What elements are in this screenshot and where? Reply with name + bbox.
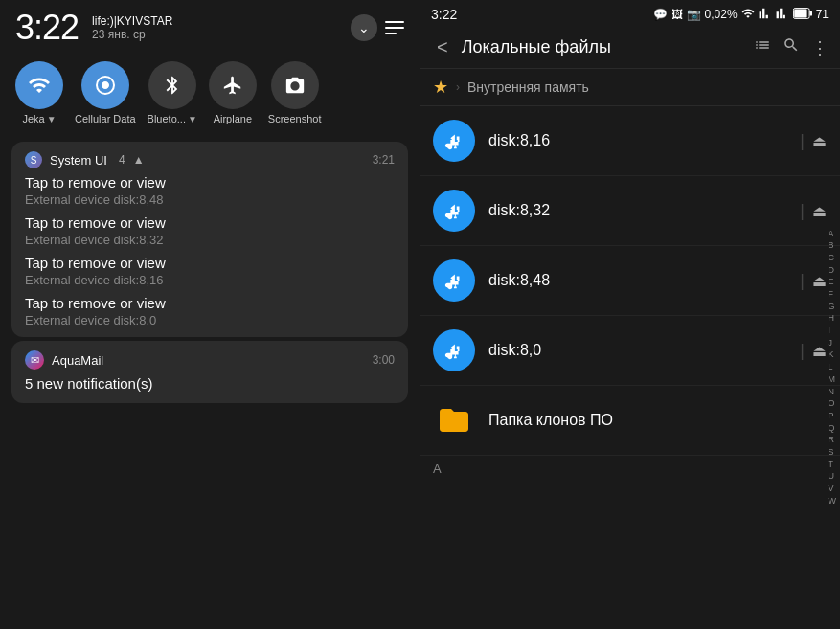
file-actions-disk848: | ⏏ <box>800 271 827 291</box>
breadcrumb-bar: ★ › Внутренняя память <box>420 69 840 106</box>
file-separator-2: | <box>800 201 805 221</box>
notif-app-name-aquamail: AquaMail <box>52 353 103 368</box>
wifi-circle <box>15 61 63 109</box>
alpha-Q[interactable]: Q <box>827 423 839 435</box>
image-icon: 🖼 <box>671 8 683 21</box>
alpha-D[interactable]: D <box>827 265 839 277</box>
more-options-button[interactable]: ⋮ <box>811 37 829 58</box>
alpha-T[interactable]: T <box>827 460 839 471</box>
status-icons-right: 💬 🖼 📷 0,02% 71 <box>653 7 829 23</box>
quick-toggles: Jeka ▼ Cellular Data Blueto... ▼ Airplan… <box>0 52 420 134</box>
notif-expand-icon: ▲ <box>133 153 145 167</box>
file-item-disk848[interactable]: disk:8,48 | ⏏ <box>420 246 840 316</box>
star-icon[interactable]: ★ <box>433 77 448 98</box>
alpha-F[interactable]: F <box>827 289 839 301</box>
right-panel: 3:22 💬 🖼 📷 0,02% 71 <box>420 0 840 629</box>
file-item-disk832[interactable]: disk:8,32 | ⏏ <box>420 176 840 246</box>
status-icons-left: ⌄ <box>351 14 404 41</box>
file-separator-3: | <box>800 271 805 291</box>
alpha-L[interactable]: L <box>827 362 839 373</box>
alpha-E[interactable]: E <box>827 277 839 288</box>
notification-card-aquamail[interactable]: ✉ AquaMail 3:00 5 new notification(s) <box>11 341 408 403</box>
alpha-B[interactable]: B <box>827 240 839 252</box>
alpha-U[interactable]: U <box>827 471 839 483</box>
airplane-label: Airplane <box>214 113 252 124</box>
wifi-label-row: Jeka ▼ <box>22 113 56 124</box>
left-panel: 3:22 life:)|KYIVSTAR 23 янв. ср ⌄ Jeka ▼ <box>0 0 420 629</box>
notif-title-4: Tap to remove or view <box>25 295 395 311</box>
wifi-dropdown: ▼ <box>47 114 57 124</box>
alpha-A[interactable]: A <box>827 229 839 240</box>
file-eject-disk848[interactable]: ⏏ <box>812 272 827 290</box>
alpha-I[interactable]: I <box>827 326 839 337</box>
file-item-disk80[interactable]: disk:8,0 | ⏏ <box>420 316 840 386</box>
header-actions: ⋮ <box>754 36 829 58</box>
file-item-clone-folder[interactable]: Папка клонов ПО <box>420 386 840 456</box>
toggle-bluetooth[interactable]: Blueto... ▼ <box>148 61 197 124</box>
alpha-K[interactable]: K <box>827 349 839 361</box>
date-info: 23 янв. ср <box>92 28 172 41</box>
battery-icon <box>793 7 812 23</box>
alpha-C[interactable]: C <box>827 253 839 264</box>
alpha-J[interactable]: J <box>827 338 839 349</box>
alpha-N[interactable]: N <box>827 387 839 398</box>
file-name-disk848: disk:8,48 <box>488 272 786 289</box>
screenshot-label: Screenshot <box>268 113 322 124</box>
file-name-disk832: disk:8,32 <box>488 202 786 219</box>
app-title: Локальные файлы <box>462 37 746 57</box>
alpha-G[interactable]: G <box>827 302 839 313</box>
alpha-O[interactable]: O <box>827 398 839 410</box>
search-button[interactable] <box>783 36 800 58</box>
toggle-screenshot[interactable]: Screenshot <box>268 61 322 124</box>
breadcrumb-separator: › <box>456 80 460 94</box>
alpha-W[interactable]: W <box>827 496 839 507</box>
file-eject-disk816[interactable]: ⏏ <box>812 132 827 150</box>
notif-title-aquamail: 5 new notification(s) <box>25 375 395 392</box>
file-item-disk816[interactable]: disk:8,16 | ⏏ <box>420 106 840 176</box>
file-eject-disk832[interactable]: ⏏ <box>812 202 827 220</box>
notif-item-disk48: Tap to remove or view External device di… <box>25 174 395 207</box>
file-actions-disk832: | ⏏ <box>800 201 827 221</box>
file-separator-1: | <box>800 131 805 151</box>
alpha-M[interactable]: M <box>827 374 839 386</box>
file-eject-disk80[interactable]: ⏏ <box>812 342 827 360</box>
toggle-wifi[interactable]: Jeka ▼ <box>15 61 63 124</box>
notif-item-disk32: Tap to remove or view External device di… <box>25 214 395 247</box>
bluetooth-label-row: Blueto... ▼ <box>148 113 197 124</box>
system-ui-icon: S <box>25 151 42 168</box>
alpha-H[interactable]: H <box>827 313 839 325</box>
list-view-button[interactable] <box>754 36 771 58</box>
cellular-label: Cellular Data <box>75 113 136 124</box>
time-left: 3:22 <box>15 8 79 48</box>
svg-rect-3 <box>794 9 806 17</box>
svg-rect-2 <box>809 11 812 15</box>
menu-icon[interactable] <box>385 21 404 34</box>
wifi-label: Jeka <box>22 113 44 124</box>
notif-body-4: External device disk:8,0 <box>25 313 395 327</box>
alpha-P[interactable]: P <box>827 411 839 422</box>
camera-icon: 📷 <box>687 8 701 21</box>
status-bar-right: 3:22 💬 🖼 📷 0,02% 71 <box>420 0 840 27</box>
file-list: disk:8,16 | ⏏ disk:8,32 | ⏏ disk:8,48 | <box>420 106 840 629</box>
cellular-circle <box>81 61 129 109</box>
screenshot-circle <box>271 61 319 109</box>
toggle-cellular[interactable]: Cellular Data <box>75 61 136 124</box>
notifications-area: S System UI 4 ▲ 3:21 Tap to remove or vi… <box>0 134 420 629</box>
alpha-V[interactable]: V <box>827 483 839 495</box>
usb-icon-disk832 <box>433 190 475 232</box>
bluetooth-dropdown: ▼ <box>188 114 197 124</box>
back-button[interactable]: < <box>431 34 454 60</box>
notif-title-2: Tap to remove or view <box>25 214 395 231</box>
bluetooth-label: Blueto... <box>148 113 186 124</box>
signal-text: 0,02% <box>705 8 738 21</box>
dropdown-status-icon[interactable]: ⌄ <box>351 14 377 41</box>
notif-title-1: Tap to remove or view <box>25 174 395 191</box>
bluetooth-circle <box>148 61 196 109</box>
toggle-airplane[interactable]: Airplane <box>209 61 257 124</box>
app-header: < Локальные файлы ⋮ <box>420 27 840 69</box>
notif-header-system-ui: S System UI 4 ▲ 3:21 <box>25 151 395 168</box>
notification-card-system-ui[interactable]: S System UI 4 ▲ 3:21 Tap to remove or vi… <box>11 142 408 337</box>
alpha-R[interactable]: R <box>827 435 839 446</box>
alpha-sidebar: A B C D E F G H I J K L M N O P Q R S T … <box>827 106 839 629</box>
alpha-S[interactable]: S <box>827 447 839 459</box>
